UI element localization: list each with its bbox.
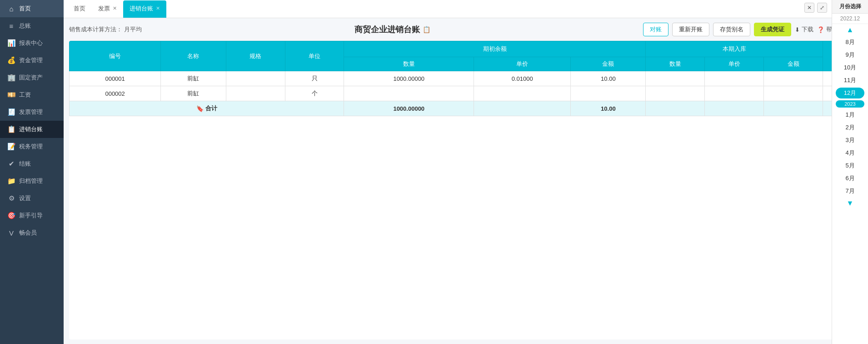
fund-icon: 💰 — [7, 56, 15, 64]
cunhuo-biemng-button[interactable]: 存货别名 — [713, 23, 750, 36]
month-scroll-up-button[interactable]: ▲ — [832, 24, 868, 36]
sidebar-item-label: 资金管理 — [19, 56, 43, 64]
total-label-cell: 🔖 合计 — [70, 101, 344, 116]
cell-qichu-danjia — [474, 86, 571, 101]
sub-header-benqi-jine: 金额 — [764, 57, 823, 71]
sidebar-item-label: 工资 — [19, 91, 31, 99]
cell-qichu-shuliang: 1000.00000 — [344, 71, 474, 86]
month-scroll-down-button[interactable]: ▼ — [832, 197, 868, 209]
tab-ledger-label: 进销台账 — [130, 5, 153, 13]
sidebar-item-checkout[interactable]: ✔ 结账 — [0, 155, 64, 172]
month-item-11[interactable]: 11月 — [832, 74, 868, 87]
tab-invoice-close[interactable]: ✕ — [113, 5, 117, 11]
cell-qichu-shuliang — [344, 86, 474, 101]
salary-icon: 💴 — [7, 91, 15, 99]
month-item-8[interactable]: 8月 — [832, 36, 868, 49]
col-header-bianma: 编号 — [70, 41, 161, 71]
sidebar-item-tax-management[interactable]: 📝 税务管理 — [0, 138, 64, 155]
table-header-row-1: 编号 名称 规格 单位 期初余额 本期入库 数 — [70, 41, 863, 57]
total-qichu-jine: 10.00 — [571, 101, 646, 116]
total-benqi-shuliang — [646, 101, 705, 116]
sidebar-item-fund-management[interactable]: 💰 资金管理 — [0, 52, 64, 69]
sidebar: ⌂ 首页 ≡ 总账 📊 报表中心 💰 资金管理 🏢 固定资产 💴 工资 🧾 发票… — [0, 0, 64, 344]
month-panel-current-year: 2022.12 — [832, 14, 868, 24]
tab-invoice-label: 发票 — [98, 5, 110, 13]
download-button[interactable]: ⬇ 下载 — [795, 25, 813, 34]
content-area: 销售成本计算方法： 月平均 商贸企业进销台账 📋 对账 重新开账 存货别名 生成… — [64, 18, 868, 344]
window-controls: ✕ ⤢ — [804, 3, 827, 13]
sidebar-item-label: 首页 — [19, 5, 31, 13]
sidebar-item-guide[interactable]: 🎯 新手引导 — [0, 207, 64, 224]
tax-icon: 📝 — [7, 143, 15, 151]
cell-danwei: 个 — [285, 86, 344, 101]
page-title: 商贸企业进销台账 📋 — [354, 24, 430, 35]
month-item-1[interactable]: 1月 — [832, 108, 868, 121]
tab-ledger[interactable]: 进销台账 ✕ — [123, 0, 166, 18]
sub-header-qichu-shuliang: 数量 — [344, 57, 474, 71]
sidebar-item-archive-management[interactable]: 📁 归档管理 — [0, 172, 64, 190]
sidebar-item-fixed-assets[interactable]: 🏢 固定资产 — [0, 69, 64, 86]
tab-invoice[interactable]: 发票 ✕ — [92, 0, 123, 18]
month-item-9[interactable]: 9月 — [832, 49, 868, 61]
tab-bar: 首页 发票 ✕ 进销台账 ✕ — [64, 0, 868, 18]
sidebar-item-salary[interactable]: 💴 工资 — [0, 86, 64, 103]
sidebar-item-report-center[interactable]: 📊 报表中心 — [0, 34, 64, 52]
cell-bianma: 000001 — [70, 71, 161, 86]
sidebar-item-label: 进销台账 — [19, 125, 43, 133]
table-total-row: 🔖 合计 1000.00000 10.00 — [70, 101, 863, 116]
sub-header-benqi-danjia: 单价 — [705, 57, 764, 71]
sidebar-item-invoice-management[interactable]: 🧾 发票管理 — [0, 103, 64, 121]
cell-benqi-shuliang — [646, 71, 705, 86]
total-benqi-jine — [764, 101, 823, 116]
cell-mingcheng: 前缸 — [161, 86, 226, 101]
month-panel-title: 月份选择 — [832, 0, 868, 14]
tab-home-label: 首页 — [74, 5, 85, 13]
sidebar-item-label: 结账 — [19, 160, 31, 168]
col-header-benqi: 本期入库 — [646, 41, 823, 57]
sidebar-item-vip[interactable]: V 畅会员 — [0, 224, 64, 241]
cell-qichu-danjia: 0.01000 — [474, 71, 571, 86]
page-title-text: 商贸企业进销台账 — [354, 24, 420, 35]
cell-benqi-danjia — [705, 71, 764, 86]
sidebar-item-purchase-sales-ledger[interactable]: 📋 进销台账 — [0, 121, 64, 138]
total-benqi-danjia — [705, 101, 764, 116]
sidebar-item-home[interactable]: ⌂ 首页 — [0, 0, 64, 17]
sidebar-item-general-ledger[interactable]: ≡ 总账 — [0, 17, 64, 34]
shengcheng-pingzheng-button[interactable]: 生成凭证 — [754, 23, 791, 36]
tab-home[interactable]: 首页 — [67, 0, 92, 18]
tab-ledger-close[interactable]: ✕ — [156, 5, 160, 11]
dui-zhang-button[interactable]: 对账 — [643, 23, 668, 36]
download-icon: ⬇ — [795, 26, 800, 33]
table-row[interactable]: 000001 前缸 只 1000.00000 0.01000 10.00 — [70, 71, 863, 86]
month-item-10[interactable]: 10月 — [832, 61, 868, 74]
cell-benqi-danjia — [705, 86, 764, 101]
invoice-icon: 🧾 — [7, 108, 15, 116]
month-item-6[interactable]: 6月 — [832, 172, 868, 185]
maximize-window-button[interactable]: ⤢ — [817, 3, 827, 13]
sidebar-item-label: 设置 — [19, 194, 31, 202]
cost-method-value: 月平均 — [124, 26, 142, 33]
sidebar-item-label: 归档管理 — [19, 177, 43, 185]
month-item-4[interactable]: 4月 — [832, 147, 868, 159]
total-qichu-shuliang: 1000.00000 — [344, 101, 474, 116]
sidebar-item-label: 固定资产 — [19, 74, 43, 82]
sub-header-benqi-shuliang: 数量 — [646, 57, 705, 71]
checkout-icon: ✔ — [7, 160, 15, 168]
sidebar-item-label: 报表中心 — [19, 39, 43, 47]
chongxin-kaizhang-button[interactable]: 重新开账 — [672, 23, 709, 36]
month-item-7[interactable]: 7月 — [832, 185, 868, 197]
month-item-12[interactable]: 12月 — [836, 88, 864, 98]
total-label-text: 合计 — [205, 104, 217, 113]
table-row[interactable]: 000002 前缸 个 — [70, 86, 863, 101]
close-window-button[interactable]: ✕ — [804, 3, 814, 13]
archive-icon: 📁 — [7, 177, 15, 185]
sub-header-qichu-jine: 金额 — [571, 57, 646, 71]
vip-icon: V — [7, 229, 15, 237]
toolbar: 销售成本计算方法： 月平均 商贸企业进销台账 📋 对账 重新开账 存货别名 生成… — [69, 23, 863, 36]
month-item-5[interactable]: 5月 — [832, 159, 868, 172]
month-item-3[interactable]: 3月 — [832, 134, 868, 147]
month-item-2[interactable]: 2月 — [832, 121, 868, 134]
ledger-icon: 📋 — [7, 125, 15, 133]
sidebar-item-settings[interactable]: ⚙ 设置 — [0, 190, 64, 207]
col-header-mingcheng: 名称 — [161, 41, 226, 71]
